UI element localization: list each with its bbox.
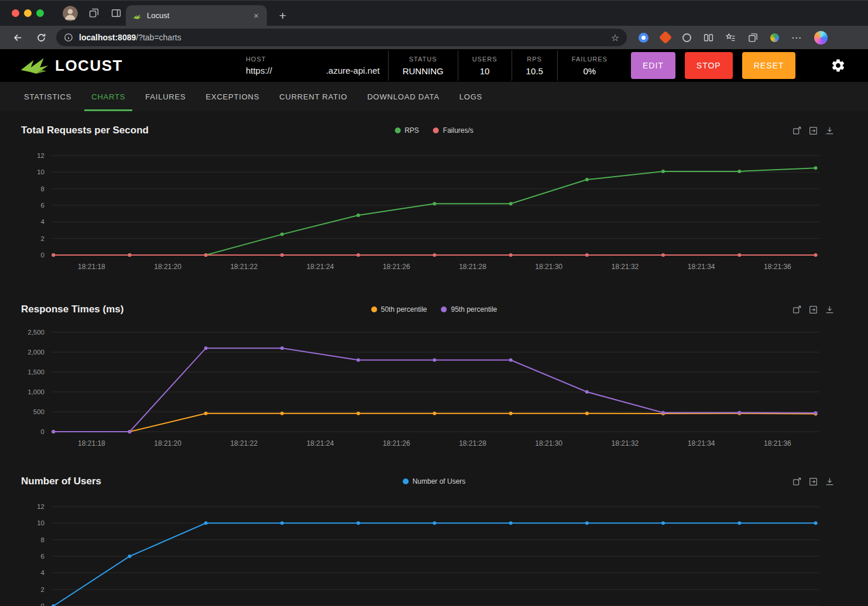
chart-legend: 50th percentile95th percentile	[371, 305, 497, 314]
edit-button[interactable]: EDIT	[631, 52, 675, 79]
number-of-users-chart[interactable]: 02468101218:21:1818:21:2018:21:2218:21:2…	[0, 498, 868, 606]
svg-text:8: 8	[41, 536, 44, 543]
url-host: localhost:8089	[79, 33, 136, 42]
favorites-icon[interactable]	[726, 33, 736, 43]
window-controls	[12, 9, 44, 17]
rps-value: 10.5	[526, 66, 543, 76]
legend-dot	[394, 128, 400, 133]
svg-text:10: 10	[37, 519, 44, 526]
svg-text:2: 2	[41, 235, 44, 242]
locust-tab-nav: STATISTICS CHARTS FAILURES EXCEPTIONS CU…	[0, 82, 868, 111]
stat-label: USERS	[472, 56, 498, 63]
response-times-chart[interactable]: 05001,0001,5002,0002,50018:21:1818:21:20…	[0, 324, 868, 450]
collections-icon[interactable]	[748, 33, 758, 43]
legend-item[interactable]: 50th percentile	[371, 305, 427, 314]
svg-text:18:21:34: 18:21:34	[688, 439, 715, 447]
zoom-reset-icon[interactable]	[809, 126, 818, 135]
svg-text:18:21:22: 18:21:22	[230, 263, 258, 271]
stop-button[interactable]: STOP	[685, 52, 733, 79]
orange-extension-icon[interactable]	[661, 33, 670, 42]
browser-tab[interactable]: Locust ×	[126, 5, 267, 26]
host-value: https://.azure-api.net	[246, 66, 380, 75]
legend-item[interactable]: Failures/s	[433, 126, 474, 135]
site-info-icon[interactable]	[64, 33, 73, 42]
total-rps-chart[interactable]: 02468101218:21:1818:21:2018:21:2218:21:2…	[0, 147, 868, 274]
host-redacted	[272, 66, 326, 75]
close-window-button[interactable]	[12, 9, 19, 17]
address-bar[interactable]: localhost:8089/?tab=charts ☆	[56, 29, 627, 46]
svg-text:4: 4	[41, 218, 45, 225]
download-chart-icon[interactable]	[825, 477, 834, 486]
chart-section-total-rps: Total Requests per Second RPSFailures/s …	[0, 120, 868, 274]
browser-menu-icon[interactable]: ⋯	[791, 32, 802, 44]
bookmark-star-icon[interactable]: ☆	[611, 32, 619, 43]
stat-rps: RPS 10.5	[512, 56, 557, 76]
legend-item[interactable]: Number of Users	[403, 477, 466, 486]
legend-dot	[371, 307, 377, 312]
reset-button[interactable]: RESET	[742, 52, 796, 79]
chart-title: Number of Users	[21, 476, 101, 487]
download-chart-icon[interactable]	[825, 126, 834, 135]
locust-header: LOCUST HOST https://.azure-api.net STATU…	[0, 49, 868, 82]
browser-panel-icon[interactable]	[110, 8, 122, 19]
tab-exceptions[interactable]: EXCEPTIONS	[198, 82, 266, 111]
legend-dot	[433, 128, 439, 133]
svg-text:6: 6	[41, 202, 44, 209]
back-icon[interactable]	[9, 29, 26, 46]
settings-gear-icon[interactable]	[831, 58, 846, 73]
chart-toolbox	[792, 126, 834, 135]
svg-text:18:21:20: 18:21:20	[154, 439, 181, 447]
blue-extension-icon[interactable]	[639, 33, 649, 43]
zoom-reset-icon[interactable]	[809, 477, 818, 486]
download-chart-icon[interactable]	[825, 305, 834, 314]
svg-text:2,000: 2,000	[28, 349, 44, 356]
users-count: 10	[480, 66, 490, 76]
tab-charts[interactable]: CHARTS	[84, 82, 132, 111]
svg-text:2,500: 2,500	[28, 329, 44, 336]
tab-title: Locust	[147, 11, 252, 20]
tab-download-data[interactable]: DOWNLOAD DATA	[360, 82, 446, 111]
svg-text:18:21:18: 18:21:18	[78, 263, 105, 271]
tab-statistics[interactable]: STATISTICS	[17, 82, 78, 111]
gray-extension-icon[interactable]	[682, 33, 691, 42]
chart-legend: Number of Users	[403, 477, 466, 486]
zoom-select-icon[interactable]	[792, 126, 801, 135]
svg-text:0: 0	[41, 252, 44, 259]
zoom-window-button[interactable]	[36, 9, 44, 17]
legend-label: Number of Users	[413, 477, 466, 486]
browser-tab-strip: Locust × +	[0, 0, 868, 26]
tab-current-ratio[interactable]: CURRENT RATIO	[272, 82, 354, 111]
tab-failures[interactable]: FAILURES	[138, 82, 193, 111]
chart-legend: RPSFailures/s	[394, 126, 474, 135]
legend-item[interactable]: 95th percentile	[441, 305, 498, 314]
new-tab-button[interactable]: +	[275, 9, 290, 23]
zoom-select-icon[interactable]	[792, 477, 801, 486]
svg-text:0: 0	[41, 602, 44, 606]
reload-icon[interactable]	[32, 29, 50, 46]
zoom-reset-icon[interactable]	[809, 305, 818, 314]
locust-logo[interactable]: LOCUST	[20, 54, 123, 77]
svg-text:18:21:24: 18:21:24	[307, 439, 334, 447]
url-path: /?tab=charts	[136, 33, 181, 42]
minimize-window-button[interactable]	[24, 9, 32, 17]
profile-avatar[interactable]	[63, 6, 78, 21]
sync-status-icon[interactable]	[770, 33, 779, 42]
svg-text:18:21:32: 18:21:32	[612, 263, 639, 271]
split-screen-icon[interactable]	[704, 33, 713, 43]
chart-title: Response Times (ms)	[21, 304, 123, 315]
status-badge: RUNNING	[403, 66, 444, 76]
svg-text:8: 8	[41, 185, 44, 192]
legend-label: Failures/s	[443, 126, 474, 135]
chart-toolbox	[792, 305, 834, 314]
tab-close-icon[interactable]: ×	[252, 11, 260, 20]
browser-navbar: localhost:8089/?tab=charts ☆ ⋯	[0, 26, 868, 49]
svg-text:18:21:26: 18:21:26	[383, 439, 410, 447]
legend-item[interactable]: RPS	[394, 126, 419, 135]
zoom-select-icon[interactable]	[792, 305, 801, 314]
tab-logs[interactable]: LOGS	[452, 82, 489, 111]
copilot-icon[interactable]	[814, 31, 828, 44]
svg-text:18:21:32: 18:21:32	[612, 439, 639, 447]
chart-toolbox	[792, 477, 834, 486]
chart-section-number-of-users: Number of Users Number of Users 02468101…	[0, 471, 868, 606]
tab-group-icon[interactable]	[88, 8, 100, 19]
